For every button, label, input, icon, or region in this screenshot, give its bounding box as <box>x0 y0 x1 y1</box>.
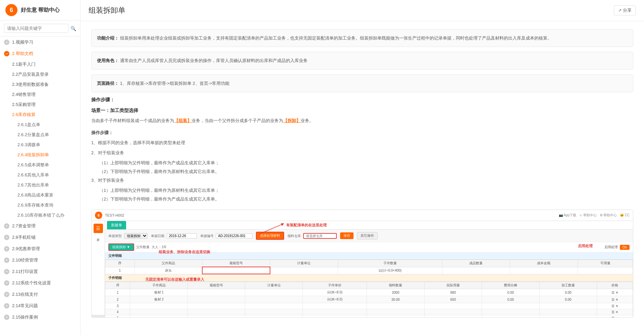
role-text: 通常由生产人员或库管人员完成拆装业务的操作，库管人员确认原材料的出库和产成品的入… <box>120 58 308 63</box>
sidebar-sub-cost-recalc[interactable]: 2.6.8商品成本重算 <box>0 190 80 200</box>
sidebar-item-label-system: 2.12系统个性化设置 <box>12 280 51 286</box>
sidebar-sub-purchase[interactable]: 2.5采购管理 <box>0 100 80 110</box>
step2-1: （1）上部明细为父件明细，最终作为产成品生成其它入库单； <box>91 159 633 167</box>
sidebar-item-docs[interactable]: − 2.帮助文档 <box>0 48 80 59</box>
col-cost: 成本金额 <box>510 260 578 267</box>
path-label: 页面路径： <box>97 81 119 86</box>
sidebar-item-system[interactable]: + 2.12系统个性化设置 <box>0 277 80 289</box>
search-icon[interactable]: 🔍 <box>70 26 76 31</box>
sidebar-item-faq[interactable]: + 2.14常见问题 <box>0 300 80 312</box>
sidebar-item-payment[interactable]: + 2.13在线支付 <box>0 289 80 300</box>
expand-icon-cases: + <box>4 315 9 320</box>
col-amount: 成品数量 <box>442 260 510 267</box>
search-input[interactable] <box>4 24 68 33</box>
role-block: 使用角色： 通常由生产人员或库管人员完成拆装业务的操作，库管人员确认原材料的出库… <box>91 52 633 69</box>
expand-icon-ops: + <box>4 258 9 263</box>
app-tabs: 新建单 <box>105 221 633 230</box>
sidebar-sub-assembly[interactable]: 2.6.4组装拆卸单 <box>0 150 80 160</box>
col-qty: 计量单位 <box>270 260 338 267</box>
batch-label: 启用处理 <box>604 245 618 249</box>
sidebar-sub-split[interactable]: 2.6.2分量盘点单 <box>0 130 80 140</box>
num-input[interactable] <box>216 233 253 238</box>
intro-block: 功能介绍： 组装拆卸单用来处理企业组装或拆卸等加工业务，支持有固定装配清单的产品… <box>91 29 633 47</box>
save-btn[interactable]: 保存 <box>340 232 354 239</box>
sidebar-sub-inventory[interactable]: 2.6库存核算 <box>0 110 80 120</box>
app-logo: 6 <box>5 4 17 16</box>
sidebar-sub-ledger[interactable]: 2.6.9库存账本查询 <box>0 200 80 210</box>
assembly-type-btn[interactable]: 组装拆卸 ▼ <box>108 243 134 251</box>
share-button[interactable]: ↗ 分享 <box>614 5 636 15</box>
sidebar-sub-outbound[interactable]: 2.6.7其他出库单 <box>0 180 80 190</box>
num-field: 单据编号 <box>200 233 253 238</box>
expand-icon-system: + <box>4 280 9 286</box>
sidebar-sub-install[interactable]: 2.2产品安装及登录 <box>0 69 80 79</box>
table-row: 1 板材 1 分(米÷8.0) 2000 880 0.00 0.00 <box>105 289 633 296</box>
step3-2: （2）下部明细为子件明细，最终作为产成品生成其它入库单。 <box>91 195 633 204</box>
annotation-batch: 启用处理 <box>578 243 593 248</box>
date-field: 单据日期 <box>151 233 197 238</box>
batch-btn[interactable]: On <box>620 245 630 250</box>
sidebar-item-label-finance: 2.7资金管理 <box>12 223 36 229</box>
content-inner: 功能介绍： 组装拆卸单用来处理企业组装或拆卸等加工业务，支持有固定装配清单的产品… <box>80 21 644 335</box>
sidebar: 6 好生意 帮助中心 🔍 + 1.视频学习 − 2.帮助文档 2.1新手入门 2… <box>0 0 80 335</box>
expand-icon-video: + <box>4 40 9 45</box>
app-form-fields: 单据类型 组装拆卸 单据日期 单据编号 <box>105 230 633 242</box>
scene1-title: 场景一：加工类型选择 <box>91 108 633 114</box>
sidebar-sub-adjust[interactable]: 2.6.3调拨单 <box>0 140 80 150</box>
page-title: 组装拆卸单 <box>89 5 125 15</box>
content-area: 功能介绍： 组装拆卸单用来处理企业组装或拆卸等加工业务，支持有固定装配清单的产品… <box>80 21 644 335</box>
annotation-manual: 无固定清单可以在这输入或置量录入 <box>145 277 204 282</box>
main-panel: 组装拆卸单 ↗ 分享 功能介绍： 组装拆卸单用来处理企业组装或拆卸等加工业务，支… <box>80 0 644 335</box>
date-input[interactable] <box>167 233 197 238</box>
app-top-bar: 6 TEST-H002 📷 App下载 ☺ 帮助中心 ⚙ 帮助中心 🐱 CC <box>92 210 633 221</box>
role-label: 使用角色： <box>97 58 119 63</box>
screenshot-container: 6 TEST-H002 📷 App下载 ☺ 帮助中心 ⚙ 帮助中心 🐱 CC ☰ <box>91 210 633 318</box>
app-screenshot-logo: 6 <box>95 212 102 219</box>
table-row: 4☰ ✕ <box>105 309 633 315</box>
sidebar-sub-newbie[interactable]: 2.1新手入门 <box>0 59 80 69</box>
type-select[interactable]: 组装拆卸 <box>124 233 148 239</box>
sidebar-sub-ledger-fix[interactable]: 2.6.10库存账本错了么办 <box>0 210 80 220</box>
sidebar-item-mobile[interactable]: + 2.8手机旺铺 <box>0 232 80 243</box>
sidebar-item-ops[interactable]: + 2.10经营管理 <box>0 255 80 266</box>
expand-icon-finance: + <box>4 223 9 229</box>
expand-icon-print: + <box>4 269 9 274</box>
app-nav-icon-1: ☰ <box>94 224 103 233</box>
sidebar-item-label-mobile: 2.8手机旺铺 <box>12 234 36 240</box>
table-row: 2 板材 2 分(米÷8.0) 30.00 600 0.00 0.00 <box>105 296 633 303</box>
expand-icon-payment: + <box>4 292 9 297</box>
intro-text: 组装拆卸单用来处理企业组装或拆卸等加工业务，支持有固定装配清单的产品加工业务，也… <box>120 36 552 41</box>
sidebar-item-label-video: 1.视频学习 <box>12 39 33 45</box>
sidebar-sub-cost[interactable]: 2.6.5成本调整单 <box>0 160 80 170</box>
app-left-nav: ☰ 库存 <box>92 221 105 315</box>
other-btn[interactable]: 其它操作 <box>357 232 378 239</box>
sidebar-item-label-ops: 2.10经营管理 <box>12 257 38 263</box>
main-header: 组装拆卸单 ↗ 分享 <box>80 0 644 21</box>
sidebar-item-video[interactable]: + 1.视频学习 <box>0 37 80 48</box>
expand-icon-docs: − <box>4 51 9 56</box>
expand-icon-mobile: + <box>4 235 9 240</box>
upper-table: 序 父件商品 规格型号 计量单位 子件数量 成品数量 成本金额 可用量 <box>105 260 633 274</box>
company-label: TEST-H002 <box>105 213 124 217</box>
intro-label: 功能介绍： <box>97 36 119 41</box>
sidebar-sub-data[interactable]: 2.3使用前数据准备 <box>0 79 80 90</box>
lower-table: 序 子件商品 规格型号 计量单位 子件单价 领料数量 实际用量 费用分摊 加工数 <box>105 282 633 318</box>
sidebar-item-label-cases: 2.15操作案例 <box>12 314 38 320</box>
col-spec: 规格型号 <box>202 260 270 267</box>
scene1-desc: 当由多个子件材料组装成一个成品的业务为【组装】业务，当由一个父件拆分成多个子产品… <box>91 116 633 125</box>
sidebar-item-label-print: 2.11打印设置 <box>12 269 38 275</box>
sidebar-item-print[interactable]: + 2.11打印设置 <box>0 266 80 277</box>
unit-label: 大人：1/6 <box>152 245 166 249</box>
sidebar-item-finance[interactable]: + 2.7资金管理 <box>0 220 80 232</box>
sidebar-sub-inbound[interactable]: 2.6.6其他入库单 <box>0 170 80 180</box>
sidebar-item-cases[interactable]: + 2.15操作案例 <box>0 312 80 323</box>
sidebar-sub-stocktake[interactable]: 2.6.1盘点单 <box>0 120 80 130</box>
step2: 2、对于组装业务 <box>91 149 633 157</box>
expand-icon-faq: + <box>4 303 9 309</box>
toolbar-spacer: 父件数量 <box>136 245 150 249</box>
sidebar-item-coupon[interactable]: + 2.9优惠券管理 <box>0 243 80 255</box>
col-price: 子件数量 <box>338 260 442 267</box>
expand-icon-coupon: + <box>4 246 9 252</box>
nav-section: + 1.视频学习 − 2.帮助文档 2.1新手入门 2.2产品安装及登录 2.3… <box>0 37 80 323</box>
sidebar-sub-sales[interactable]: 2.4销售管理 <box>0 90 80 100</box>
